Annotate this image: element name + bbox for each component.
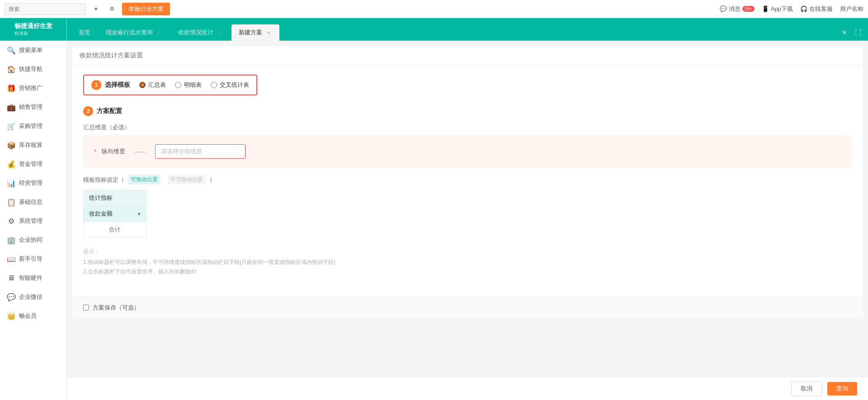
sidebar-item-purchase[interactable]: 🛒 采购管理 — [0, 117, 66, 136]
radio-summary-input[interactable] — [139, 82, 146, 88]
tip2: 2.点击标题栏下拉可设置排序、插入列和删除列 — [83, 267, 852, 277]
settings-icon[interactable]: ⚙ — [106, 3, 118, 15]
dimension-select[interactable]: 请选择分组维度 — [155, 144, 245, 159]
tab-new-plan-label: 新建方案 — [239, 28, 262, 37]
logo-text: 畅捷通好生意 — [14, 22, 52, 30]
tab-collection-stat[interactable]: 收款情况统计 × — [171, 24, 231, 41]
tab-collection-stat-label: 收款情况统计 — [178, 28, 213, 37]
sidebar-item-member[interactable]: 👑 畅会员 — [0, 306, 66, 325]
tab-collection-stat-close[interactable]: × — [216, 29, 223, 36]
notifications-badge: 99+ — [742, 6, 755, 12]
metrics-col-header[interactable]: 收款金额 ▾ — [84, 206, 146, 222]
tab-close-all-icon[interactable]: ✕ — [839, 27, 850, 38]
sidebar-label-hardware: 智能硬件 — [19, 274, 42, 282]
inventory-icon: 📦 — [7, 141, 15, 149]
section1-num: 1 — [91, 80, 101, 90]
sidebar-label-marketing: 营销推广 — [19, 84, 42, 92]
section-template: 1 选择模板 汇总表 明细表 — [83, 75, 852, 95]
radio-detail-input[interactable] — [175, 82, 181, 88]
notifications-label: 消息 — [729, 5, 741, 13]
sidebar-item-enterprise[interactable]: 🏢 企业协同 — [0, 231, 66, 249]
sidebar-item-marketing[interactable]: 🎁 营销推广 — [0, 79, 66, 98]
sidebar-item-search-menu[interactable]: 🔍 搜索菜单 — [0, 41, 66, 60]
metrics-table-header: 统计指标 — [84, 190, 146, 206]
dimension-area: * 纵向维度 —— 请选择分组维度 — [83, 135, 852, 168]
dropdown-icon[interactable]: ▾ — [90, 3, 102, 15]
tips-area: 提示： 1.拖动标题栏可以调整布局，不可跨维度或指标区域拖动栏目字段(只能在同一… — [83, 247, 852, 277]
template-box: 1 选择模板 汇总表 明细表 — [83, 75, 257, 95]
sidebar-item-basic-info[interactable]: 📋 基础信息 — [0, 193, 66, 212]
industry-btn[interactable]: 体验行业方案 — [122, 3, 170, 15]
required-star: * — [94, 148, 96, 155]
sidebar-item-wechat[interactable]: 💬 企业微信 — [0, 287, 66, 306]
tab-bank-flow-label: 现金银行流水查询 — [106, 28, 153, 37]
online-service-label: 在线客服 — [809, 5, 833, 13]
sidebar-label-wechat: 企业微信 — [19, 293, 42, 301]
col-dropdown-icon[interactable]: ▾ — [138, 211, 141, 217]
sidebar-item-sales[interactable]: 💼 销售管理 — [0, 98, 66, 117]
tab-new-plan-close[interactable]: × — [265, 29, 272, 36]
page-content: 收款情况统计方案设置 1 选择模板 — [67, 41, 868, 376]
sidebar-label-quick-nav: 快捷导航 — [19, 65, 42, 73]
col-label: 收款金额 — [89, 210, 113, 218]
section2-num: 2 — [83, 106, 93, 116]
basic-info-icon: 📋 — [7, 198, 15, 206]
sales-icon: 💼 — [7, 103, 15, 111]
section1-title: 1 选择模板 — [91, 80, 130, 90]
action-bar: 取消 查询 — [67, 376, 868, 400]
row-dimension-label: 纵向维度 — [102, 147, 125, 155]
metrics-label-text: 模板指标设定（ — [83, 176, 124, 184]
sidebar-item-hardware[interactable]: 🖥 智能硬件 — [0, 268, 66, 287]
radio-cross[interactable]: 交叉统计表 — [211, 81, 249, 89]
tip1-text: 1.拖动标题栏可以调整布局，不可跨维度或指标区域拖动栏目字段(只能在同一维度或指… — [83, 258, 335, 268]
save-row: 方案保存（可选） — [72, 297, 863, 318]
sidebar-label-system: 系统管理 — [19, 217, 42, 225]
sidebar-label-finance: 资金管理 — [19, 160, 42, 168]
hardware-icon: 🖥 — [7, 274, 15, 282]
tab-maximize-icon[interactable]: ⛶ — [853, 27, 863, 38]
app-download-item[interactable]: 📱 App下载 — [762, 5, 793, 13]
cancel-button[interactable]: 取消 — [791, 381, 822, 396]
sidebar-item-quick-nav[interactable]: 🏠 快捷导航 — [0, 60, 66, 79]
sidebar-item-finance[interactable]: 💰 资金管理 — [0, 155, 66, 174]
sidebar-label-purchase: 采购管理 — [19, 122, 42, 130]
sidebar-item-system[interactable]: ⚙ 系统管理 — [0, 212, 66, 231]
logo-sub: 标准版 — [14, 30, 52, 37]
tab-bank-flow[interactable]: 现金银行流水查询 × — [99, 24, 170, 41]
sidebar-label-sales: 销售管理 — [19, 103, 42, 111]
tab-bar-actions: ✕ ⛶ — [839, 27, 863, 41]
sidebar-label-search-menu: 搜索菜单 — [19, 46, 42, 54]
page-header: 收款情况统计方案设置 — [72, 46, 863, 66]
content-area: 首页 现金银行流水查询 × 收款情况统计 × 新建方案 × ✕ ⛶ — [67, 18, 868, 400]
system-icon: ⚙ — [7, 217, 15, 225]
save-checkbox[interactable] — [83, 305, 89, 311]
section2-label: 方案配置 — [97, 107, 122, 115]
tab-bank-flow-close[interactable]: × — [156, 29, 163, 36]
query-button[interactable]: 查询 — [827, 382, 857, 395]
radio-cross-input[interactable] — [211, 82, 217, 88]
tab-home[interactable]: 首页 — [71, 24, 98, 41]
metrics-total-cell: 合计 — [84, 222, 146, 237]
wechat-icon: 💬 — [7, 293, 15, 301]
tab-new-plan[interactable]: 新建方案 × — [231, 24, 279, 41]
radio-summary[interactable]: 汇总表 — [139, 81, 166, 89]
sidebar-label-basic-info: 基础信息 — [19, 198, 42, 206]
online-service-item[interactable]: 🎧 在线客服 — [800, 5, 833, 13]
metrics-label: 模板指标设定（ 可拖动位置 不可拖动位置 ） — [83, 175, 852, 184]
message-icon: 💬 — [720, 5, 727, 12]
sidebar-item-operations[interactable]: 📊 经营管理 — [0, 174, 66, 193]
sidebar-item-guide[interactable]: 📖 新手引导 — [0, 249, 66, 268]
section-config: 2 方案配置 汇总维度（必选） * 纵向维度 —— 请选择分组维度 — [83, 106, 852, 277]
search-menu-icon: 🔍 — [7, 46, 15, 54]
tag-undraggable: 不可拖动位置 — [168, 175, 206, 184]
radio-detail[interactable]: 明细表 — [175, 81, 202, 89]
radio-detail-label: 明细表 — [184, 81, 202, 89]
top-bar-left: ▾ ⚙ 体验行业方案 — [5, 3, 720, 15]
dimension-row: * 纵向维度 —— 请选择分组维度 — [94, 144, 841, 159]
metrics-table: 统计指标 收款金额 ▾ 合计 — [83, 190, 146, 238]
radio-summary-label: 汇总表 — [148, 81, 166, 89]
search-input[interactable] — [5, 3, 86, 15]
sidebar-item-inventory[interactable]: 📦 库存核算 — [0, 136, 66, 155]
metrics-label-suffix: ） — [209, 176, 215, 184]
notifications-item[interactable]: 💬 消息 99+ — [720, 5, 755, 13]
